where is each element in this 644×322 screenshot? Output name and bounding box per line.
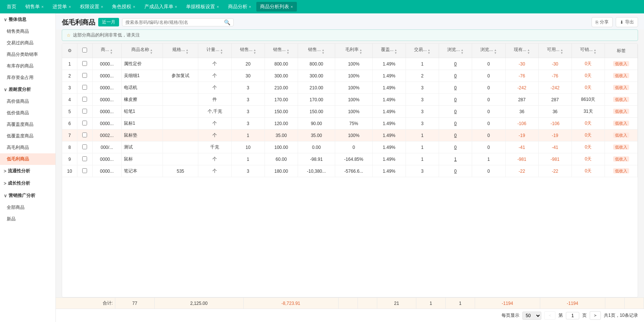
close-icon[interactable]: × [291, 4, 293, 9]
sort-icon[interactable]: ▲▼ [427, 49, 430, 55]
sort-icon[interactable]: ▲▼ [527, 49, 530, 55]
row-views1[interactable]: 0 [439, 82, 472, 94]
search-icon[interactable]: 🔍 [224, 19, 230, 25]
col-header-sales_qty[interactable]: 销售...▲▼ [231, 44, 265, 58]
sidebar-item-有库存的商品[interactable]: 有库存的商品 [0, 60, 55, 72]
sort-icon[interactable]: ▲▼ [220, 49, 223, 55]
nav-item-角色授权[interactable]: 角色授权× [108, 2, 139, 12]
page-input[interactable] [566, 312, 579, 319]
row-checkbox-input[interactable] [82, 121, 87, 125]
col-header-spec[interactable]: 规格...▲▼ [163, 44, 198, 58]
col-header-sales_profit[interactable]: 销售...▲▼ [298, 44, 335, 58]
row-checkbox[interactable] [77, 118, 93, 130]
sidebar-item-低价值商品[interactable]: 低价值商品 [0, 107, 55, 119]
nav-item-销售单[interactable]: 销售单× [22, 2, 47, 12]
sort-icon[interactable]: ▲▼ [186, 49, 189, 55]
prev-page-button[interactable]: ＜ [544, 311, 555, 320]
sidebar-item-全部商品[interactable]: 全部商品 [0, 202, 55, 213]
nav-item-商品分析列表[interactable]: 商品分析列表× [256, 2, 297, 12]
sidebar-group-营销推广分析[interactable]: ∨营销推广分析 [0, 189, 55, 202]
sidebar-item-交易过的商品[interactable]: 交易过的商品 [0, 37, 55, 49]
sort-icon[interactable]: ▲▼ [394, 49, 397, 55]
row-checkbox[interactable] [77, 153, 93, 165]
row-checkbox-input[interactable] [82, 97, 87, 102]
nav-item-进货单[interactable]: 进货单× [49, 2, 74, 12]
sort-icon[interactable]: ▲▼ [494, 49, 497, 55]
row-views1[interactable]: 0 [439, 130, 472, 141]
col-header-gross_margin[interactable]: 毛利率▲▼ [335, 44, 372, 58]
col-header-sales_amount[interactable]: 销售...▲▼ [265, 44, 298, 58]
row-views1[interactable]: 0 [439, 70, 472, 82]
sidebar-group-成长性分析[interactable]: >成长性分析 [0, 177, 55, 189]
sidebar-group-流通性分析[interactable]: >流通性分析 [0, 165, 55, 177]
sidebar-item-低毛利商品[interactable]: 低毛利商品 [0, 153, 55, 165]
nav-item-商品分析[interactable]: 商品分析× [224, 2, 255, 12]
sidebar-item-库存资金占用[interactable]: 库存资金占用 [0, 72, 55, 83]
sidebar-item-新品[interactable]: 新品 [0, 213, 55, 225]
col-header-saleable[interactable]: 可销...▲▼ [571, 44, 605, 58]
sort-icon[interactable]: ▲▼ [461, 49, 464, 55]
per-page-select[interactable]: 5020100 [522, 312, 541, 320]
sidebar-item-高覆盖度商品[interactable]: 高覆盖度商品 [0, 119, 55, 130]
close-icon[interactable]: × [217, 4, 219, 9]
sort-icon[interactable]: ▲▼ [150, 49, 153, 55]
row-checkbox[interactable] [77, 165, 93, 177]
sidebar-group-整体信息[interactable]: ∨整体信息 [0, 13, 55, 26]
sidebar-item-高毛利商品[interactable]: 高毛利商品 [0, 142, 55, 153]
sidebar-item-销售类商品[interactable]: 销售类商品 [0, 26, 55, 37]
filter-button[interactable]: 近一月 [98, 18, 119, 26]
col-header-coverage[interactable]: 覆盖...▲▼ [372, 44, 406, 58]
share-button[interactable]: ⎘ 分享 [592, 17, 613, 27]
row-checkbox-input[interactable] [82, 61, 87, 66]
sidebar-item-低覆盖度商品[interactable]: 低覆盖度商品 [0, 130, 55, 142]
nav-item-权限设置[interactable]: 权限设置× [76, 2, 107, 12]
row-views1[interactable]: 0 [439, 58, 472, 70]
sort-icon[interactable]: ▲▼ [560, 49, 563, 55]
col-header-current_stock[interactable]: 现有...▲▼ [505, 44, 538, 58]
row-checkbox[interactable] [77, 141, 93, 153]
close-icon[interactable]: × [68, 4, 71, 9]
sort-icon[interactable]: ▲▼ [359, 49, 362, 55]
row-checkbox-input[interactable] [82, 85, 87, 90]
col-header-code[interactable]: 商...▲▼ [92, 44, 121, 58]
row-checkbox-input[interactable] [82, 73, 87, 78]
search-input[interactable] [125, 20, 224, 25]
row-checkbox[interactable] [77, 106, 93, 118]
row-views1[interactable]: 1 [439, 153, 472, 165]
sort-icon[interactable]: ▲▼ [253, 49, 256, 55]
settings-icon[interactable]: ⚙ [68, 48, 72, 53]
row-checkbox[interactable] [77, 70, 93, 82]
sort-icon[interactable]: ▲▼ [286, 49, 289, 55]
sidebar-group-差耐度分析[interactable]: ∨差耐度分析 [0, 83, 55, 96]
row-views1[interactable]: 0 [439, 165, 472, 177]
row-views1[interactable]: 0 [439, 118, 472, 130]
col-header-trade[interactable]: 交易...▲▼ [406, 44, 439, 58]
row-checkbox-input[interactable] [82, 133, 87, 137]
col-header-views1[interactable]: 浏览...▲▼ [439, 44, 472, 58]
row-views1[interactable]: 0 [439, 106, 472, 118]
row-checkbox[interactable] [77, 82, 93, 94]
close-icon[interactable]: × [101, 4, 103, 9]
select-all-checkbox[interactable] [82, 48, 87, 52]
sort-icon[interactable]: ▲▼ [593, 49, 596, 55]
row-checkbox[interactable] [77, 130, 93, 141]
close-icon[interactable]: × [41, 4, 44, 9]
row-views1[interactable]: 0 [439, 94, 472, 106]
row-checkbox[interactable] [77, 58, 93, 70]
row-checkbox-input[interactable] [82, 156, 87, 161]
close-icon[interactable]: × [133, 4, 135, 9]
col-header-name[interactable]: 商品名称▲▼ [121, 44, 163, 58]
nav-item-产成品入库单[interactable]: 产成品入库单× [141, 2, 181, 12]
table-container[interactable]: ⚙商...▲▼商品名称▲▼规格...▲▼计量...▲▼销售...▲▼销售...▲… [62, 43, 638, 297]
sort-icon[interactable]: ▲▼ [321, 49, 324, 55]
col-header-available[interactable]: 可用...▲▼ [538, 44, 571, 58]
close-icon[interactable]: × [175, 4, 177, 9]
sort-icon[interactable]: ▲▼ [110, 49, 113, 55]
row-checkbox-input[interactable] [82, 168, 87, 173]
export-button[interactable]: ⬇ 导出 [616, 17, 638, 27]
col-header-views2[interactable]: 浏览...▲▼ [472, 44, 505, 58]
row-views1[interactable]: 0 [439, 141, 472, 153]
next-page-button[interactable]: ＞ [590, 311, 601, 320]
close-icon[interactable]: × [249, 4, 251, 9]
row-checkbox-input[interactable] [82, 144, 87, 149]
